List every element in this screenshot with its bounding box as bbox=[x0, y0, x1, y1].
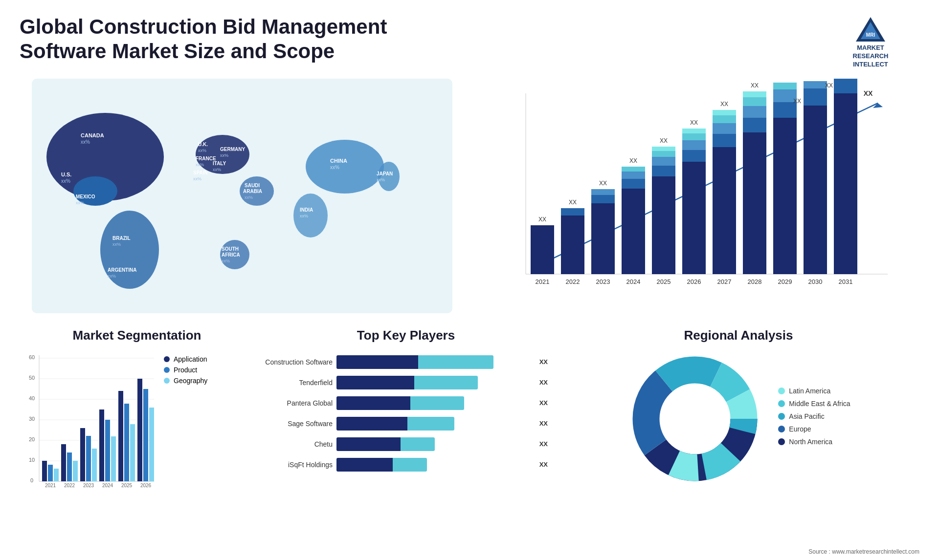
svg-rect-84 bbox=[713, 123, 736, 134]
svg-text:xx%: xx% bbox=[76, 200, 84, 205]
player-name-4: Sage Software bbox=[264, 420, 333, 428]
player-name-1: Construction Software bbox=[264, 358, 333, 366]
svg-text:xx%: xx% bbox=[112, 242, 121, 247]
svg-rect-77 bbox=[682, 140, 706, 150]
svg-text:xx%: xx% bbox=[108, 274, 116, 279]
svg-rect-143 bbox=[118, 391, 123, 481]
svg-rect-136 bbox=[86, 436, 91, 481]
svg-rect-68 bbox=[652, 176, 675, 274]
svg-rect-149 bbox=[149, 408, 154, 481]
svg-text:2023: 2023 bbox=[596, 278, 610, 285]
svg-rect-135 bbox=[80, 428, 85, 481]
regional-title: Regional Analysis bbox=[558, 328, 919, 343]
svg-text:2026: 2026 bbox=[687, 278, 701, 285]
page: Global Construction Bid Management Softw… bbox=[0, 0, 939, 560]
player-row-6: iSqFt Holdings XX bbox=[264, 458, 548, 472]
svg-rect-57 bbox=[591, 203, 615, 274]
logo-icon: MRI bbox=[851, 15, 890, 44]
player-bar-5 bbox=[336, 437, 533, 451]
seg-label-geography: Geography bbox=[174, 377, 207, 385]
svg-rect-131 bbox=[61, 444, 66, 481]
svg-point-156 bbox=[663, 387, 727, 451]
svg-text:30: 30 bbox=[29, 416, 35, 422]
svg-rect-70 bbox=[652, 157, 675, 166]
header: Global Construction Bid Management Softw… bbox=[20, 15, 919, 69]
svg-rect-91 bbox=[743, 106, 766, 118]
svg-text:XX: XX bbox=[690, 119, 698, 126]
seg-legend-application: Application bbox=[164, 355, 207, 363]
player-row-1: Construction Software XX bbox=[264, 355, 548, 369]
svg-text:XX: XX bbox=[825, 82, 833, 89]
svg-text:XX: XX bbox=[793, 98, 801, 105]
svg-text:xx%: xx% bbox=[377, 177, 385, 182]
svg-text:2024: 2024 bbox=[102, 483, 113, 487]
player-bar-3 bbox=[336, 396, 533, 410]
svg-text:SPAIN: SPAIN bbox=[193, 170, 208, 175]
player-row-4: Sage Software XX bbox=[264, 417, 548, 431]
world-map: CANADA xx% U.S. xx% MEXICO xx% BRAZIL xx… bbox=[20, 79, 465, 313]
svg-rect-129 bbox=[54, 469, 59, 481]
svg-rect-85 bbox=[713, 115, 736, 123]
svg-text:60: 60 bbox=[29, 354, 35, 360]
svg-rect-132 bbox=[67, 452, 72, 481]
svg-text:2031: 2031 bbox=[839, 278, 853, 285]
svg-rect-140 bbox=[105, 420, 110, 481]
player-value-2: XX bbox=[539, 376, 548, 389]
seg-dot-geography bbox=[164, 378, 170, 384]
svg-rect-139 bbox=[99, 409, 104, 481]
svg-text:2024: 2024 bbox=[626, 278, 641, 285]
svg-rect-59 bbox=[591, 189, 615, 195]
svg-text:xx%: xx% bbox=[330, 165, 339, 170]
svg-text:SOUTH: SOUTH bbox=[222, 246, 239, 252]
svg-rect-53 bbox=[561, 215, 584, 274]
svg-rect-108 bbox=[834, 79, 857, 93]
logo-area: MRI MARKET RESEARCH INTELLECT bbox=[822, 15, 919, 69]
svg-text:XX: XX bbox=[569, 199, 577, 206]
svg-rect-83 bbox=[713, 134, 736, 147]
svg-text:0: 0 bbox=[30, 477, 33, 483]
svg-rect-82 bbox=[713, 147, 736, 274]
bottom-row: Market Segmentation 0 10 20 30 40 50 60 bbox=[20, 328, 919, 514]
legend-label-na: North America bbox=[789, 438, 832, 446]
svg-text:20: 20 bbox=[29, 436, 35, 442]
svg-text:XX: XX bbox=[660, 137, 668, 144]
svg-point-42 bbox=[378, 162, 400, 191]
legend-latin-america: Latin America bbox=[778, 387, 850, 395]
svg-rect-133 bbox=[73, 461, 78, 481]
svg-text:xx%: xx% bbox=[245, 195, 253, 200]
svg-rect-128 bbox=[48, 465, 53, 481]
player-bar-light-3 bbox=[410, 396, 464, 410]
svg-text:xx%: xx% bbox=[222, 258, 230, 263]
legend-dot-europe bbox=[778, 426, 785, 432]
svg-text:U.S.: U.S. bbox=[61, 172, 71, 177]
page-title: Global Construction Bid Management Softw… bbox=[20, 15, 411, 64]
player-bar-dark-5 bbox=[336, 437, 401, 451]
svg-rect-78 bbox=[682, 133, 706, 140]
seg-dot-application bbox=[164, 356, 170, 362]
svg-text:SAUDI: SAUDI bbox=[245, 183, 260, 188]
players-bars: Construction Software XX Tenderfield bbox=[264, 350, 548, 483]
svg-rect-79 bbox=[682, 129, 706, 133]
svg-point-39 bbox=[293, 194, 328, 237]
svg-text:xx%: xx% bbox=[81, 139, 90, 145]
regional-section: Regional Analysis bbox=[558, 328, 919, 514]
svg-text:2028: 2028 bbox=[748, 278, 762, 285]
svg-text:2026: 2026 bbox=[140, 483, 152, 487]
svg-text:2022: 2022 bbox=[566, 278, 580, 285]
svg-rect-93 bbox=[743, 91, 766, 97]
svg-rect-127 bbox=[42, 461, 47, 481]
svg-rect-147 bbox=[137, 379, 142, 481]
seg-label-product: Product bbox=[174, 366, 197, 374]
svg-rect-148 bbox=[143, 389, 148, 481]
segmentation-section: Market Segmentation 0 10 20 30 40 50 60 bbox=[20, 328, 254, 514]
player-bar-4 bbox=[336, 417, 533, 431]
svg-text:XX: XX bbox=[864, 89, 873, 97]
svg-text:ITALY: ITALY bbox=[213, 161, 226, 166]
player-value-4: XX bbox=[539, 417, 548, 431]
player-name-3: Pantera Global bbox=[264, 399, 333, 407]
legend-dot-apac bbox=[778, 413, 785, 420]
svg-rect-86 bbox=[713, 110, 736, 115]
legend-label-apac: Asia Pacific bbox=[789, 412, 824, 420]
players-section: Top Key Players Construction Software XX… bbox=[264, 328, 548, 514]
svg-text:2027: 2027 bbox=[717, 278, 732, 285]
